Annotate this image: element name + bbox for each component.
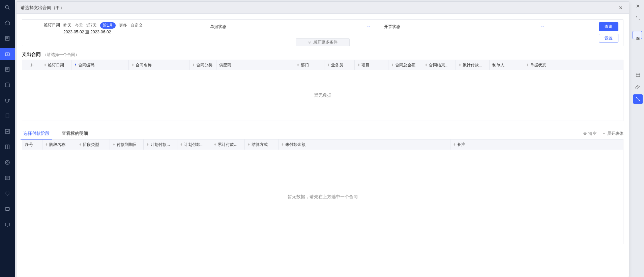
col2-settle[interactable]: ▲▼结算方式 xyxy=(245,140,279,150)
expand-conditions-button[interactable]: 展开更多条件 xyxy=(296,38,350,46)
double-chevron-down-icon xyxy=(308,41,311,44)
left-nav xyxy=(0,0,15,277)
col-end[interactable]: ▲▼合同结束... xyxy=(422,60,456,70)
nav-money-icon[interactable] xyxy=(0,48,15,60)
modal-close-button[interactable]: × xyxy=(617,4,625,12)
col2-plan1[interactable]: ▲▼计划付款... xyxy=(144,140,177,150)
nav-chart-icon[interactable] xyxy=(0,125,15,137)
filter-billstatus-select[interactable] xyxy=(229,22,371,31)
rt-settings-icon[interactable] xyxy=(633,34,643,43)
col2-unpaid[interactable]: ▲▼未付款金额 xyxy=(279,140,450,150)
svg-point-7 xyxy=(7,54,8,55)
nav-news-icon[interactable] xyxy=(0,172,15,184)
settings-button[interactable]: 设置 xyxy=(599,34,618,42)
col2-seq[interactable]: 序号 xyxy=(22,140,42,150)
stage-table-empty: 暂无数据，请先在上方选中一个合同 xyxy=(22,150,623,244)
svg-rect-3 xyxy=(6,36,9,40)
gear-icon xyxy=(29,63,34,67)
section-hint: （请选择一个合同） xyxy=(43,52,79,58)
svg-rect-6 xyxy=(5,53,9,56)
chip-more[interactable]: 更多 xyxy=(119,23,127,28)
rt-close-icon[interactable] xyxy=(633,1,643,11)
clear-icon xyxy=(583,131,587,135)
col-contract-name[interactable]: ▲▼合同名称 xyxy=(129,60,189,70)
svg-line-1 xyxy=(8,8,9,9)
query-button[interactable]: 查询 xyxy=(599,22,618,31)
svg-rect-32 xyxy=(636,73,640,77)
svg-rect-11 xyxy=(6,114,9,118)
filter-card: 签订日期 昨天 今天 近7天 近1月 更多 自定义 2023 xyxy=(22,19,623,46)
filter-signdate-label: 签订日期 xyxy=(44,22,60,28)
nav-cup-icon[interactable] xyxy=(0,94,15,106)
col2-due-date[interactable]: ▲▼付款到期日 xyxy=(110,140,144,150)
modal-title: 请选择支出合同（甲） xyxy=(21,5,64,11)
col-cum-pay[interactable]: ▲▼累计付款... xyxy=(456,60,490,70)
svg-point-17 xyxy=(5,160,9,164)
expand-body-button[interactable]: 展开表体 xyxy=(602,131,623,136)
col-contract-cat[interactable]: ▲▼合同分类 xyxy=(189,60,216,70)
rt-expand-icon[interactable] xyxy=(633,94,643,104)
chevron-down-icon xyxy=(540,25,545,29)
section-title: 支出合同 xyxy=(22,52,41,58)
col2-stage-type[interactable]: ▲▼阶段类型 xyxy=(76,140,110,150)
svg-line-35 xyxy=(638,99,640,101)
tab-view-detail[interactable]: 查看标的明细 xyxy=(60,128,89,139)
col-sign-date[interactable]: ▲▼签订日期 xyxy=(41,60,71,70)
chevron-down-icon xyxy=(367,25,371,29)
modal-header: 请选择支出合同（甲） × xyxy=(17,2,629,14)
nav-building-icon[interactable] xyxy=(0,110,15,122)
filter-invoicestatus-label: 开票状态 xyxy=(384,24,400,30)
right-toolbar xyxy=(632,0,644,277)
svg-point-36 xyxy=(31,64,32,66)
nav-book-icon[interactable] xyxy=(0,141,15,153)
chevron-down-icon xyxy=(602,131,606,135)
col2-remark[interactable]: ▲▼备注 xyxy=(450,140,623,150)
clear-button[interactable]: 清空 xyxy=(583,131,596,136)
nav-target-icon[interactable] xyxy=(0,156,15,168)
chip-last1m[interactable]: 近1月 xyxy=(100,22,116,29)
contract-table: ▲▼签订日期 ▲▼合同编码 ▲▼合同名称 ▲▼合同分类 供应商 ▲▼部门 ▲▼业… xyxy=(22,60,623,121)
col-bill-status[interactable]: ▲▼单据状态 xyxy=(523,60,623,70)
col-dept[interactable]: ▲▼部门 xyxy=(294,60,324,70)
nav-refresh-icon[interactable] xyxy=(0,187,15,199)
nav-list-icon[interactable] xyxy=(0,63,15,75)
filter-billstatus-label: 单据状态 xyxy=(210,24,226,30)
svg-rect-22 xyxy=(5,208,9,211)
col-salesman[interactable]: ▲▼业务员 xyxy=(324,60,355,70)
rt-attach-icon[interactable] xyxy=(633,82,643,92)
rt-fullscreen-icon[interactable] xyxy=(633,13,643,23)
col-contract-code[interactable]: ▲▼合同编码 xyxy=(71,60,129,70)
nav-tv-icon[interactable] xyxy=(0,218,15,230)
svg-rect-23 xyxy=(5,223,9,226)
chip-custom[interactable]: 自定义 xyxy=(130,23,143,28)
rt-panel1-icon[interactable] xyxy=(633,70,643,80)
chip-yesterday[interactable]: 昨天 xyxy=(63,23,71,28)
select-contract-modal: 请选择支出合同（甲） × 签订日期 昨天 今天 近7天 近1月 xyxy=(16,1,629,277)
stage-table-head: 序号 ▲▼阶段名称 ▲▼阶段类型 ▲▼付款到期日 ▲▼计划付款... ▲▼计划付… xyxy=(22,140,623,150)
col-maker[interactable]: 制单人 xyxy=(490,60,523,70)
nav-store-icon[interactable] xyxy=(0,79,15,91)
col-total-amount[interactable]: ▲▼合同总金额 xyxy=(388,60,422,70)
svg-line-34 xyxy=(636,97,638,99)
filter-invoicestatus-select[interactable] xyxy=(403,22,545,31)
col-project[interactable]: ▲▼项目 xyxy=(355,60,388,70)
tab-payment-stage[interactable]: 选择付款阶段 xyxy=(22,128,51,139)
svg-point-0 xyxy=(5,5,8,8)
svg-point-18 xyxy=(7,162,8,163)
stage-table: 序号 ▲▼阶段名称 ▲▼阶段类型 ▲▼付款到期日 ▲▼计划付款... ▲▼计划付… xyxy=(22,140,623,244)
col2-stage-name[interactable]: ▲▼阶段名称 xyxy=(42,140,76,150)
date-range-display[interactable]: 2023-05-02 至 2023-06-02 xyxy=(63,29,143,35)
col2-plan2[interactable]: ▲▼计划付款... xyxy=(177,140,211,150)
nav-home-icon[interactable] xyxy=(0,17,15,29)
chip-today[interactable]: 今天 xyxy=(75,23,83,28)
col-gear[interactable] xyxy=(22,60,41,70)
nav-doc-icon[interactable] xyxy=(0,32,15,44)
col2-cum-pay[interactable]: ▲▼累计付款... xyxy=(211,140,245,150)
svg-rect-19 xyxy=(5,176,9,180)
col-supplier[interactable]: 供应商 xyxy=(216,60,294,70)
chip-last7[interactable]: 近7天 xyxy=(86,23,97,28)
nav-search-icon[interactable] xyxy=(0,1,15,13)
nav-card-icon[interactable] xyxy=(0,203,15,215)
contract-table-head: ▲▼签订日期 ▲▼合同编码 ▲▼合同名称 ▲▼合同分类 供应商 ▲▼部门 ▲▼业… xyxy=(22,60,623,70)
contract-table-empty: 暂无数据 xyxy=(22,70,623,121)
